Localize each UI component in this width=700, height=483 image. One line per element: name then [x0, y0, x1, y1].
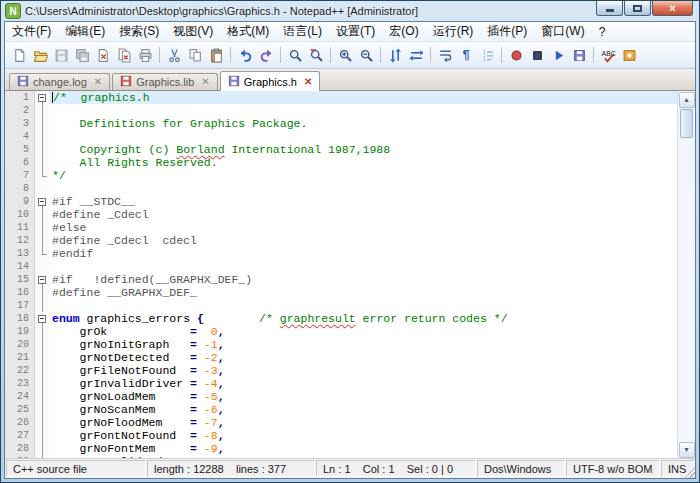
close-icon[interactable] [93, 45, 113, 65]
code-line-6[interactable]: 6 All Rights Reserved. [5, 156, 677, 169]
code-text[interactable]: Copyright (c) Borland International 1987… [49, 143, 677, 156]
scrollbar-thumb[interactable] [680, 109, 693, 138]
title-bar[interactable]: N C:\Users\Administrator\Desktop\graphic… [1, 1, 699, 21]
code-line-15[interactable]: 15#if !defined(__GRAPHX_DEF_) [5, 273, 677, 286]
menu-item-8[interactable]: 运行(R) [426, 22, 481, 41]
print-icon[interactable] [135, 45, 155, 65]
code-text[interactable]: enum graphics_errors { /* graphresult er… [49, 312, 677, 325]
code-text[interactable]: grNoFloodMem = -7, [49, 416, 677, 429]
menu-item-6[interactable]: 设置(T) [329, 22, 382, 41]
code-text[interactable]: grFileNotFound = -3, [49, 364, 677, 377]
zoom-in-icon[interactable] [335, 45, 355, 65]
code-text[interactable]: #else [49, 221, 677, 234]
code-text[interactable]: grInvalidDriver = -4, [49, 377, 677, 390]
code-line-2[interactable]: 2 [5, 104, 677, 117]
scrollbar-track[interactable] [678, 108, 695, 441]
cut-icon[interactable] [164, 45, 184, 65]
code-line-24[interactable]: 24 grNoLoadMem = -5, [5, 390, 677, 403]
fold-collapse-icon[interactable] [35, 91, 49, 104]
code-text[interactable]: #endif [49, 247, 677, 260]
code-line-17[interactable]: 17 [5, 299, 677, 312]
code-line-11[interactable]: 11#else [5, 221, 677, 234]
menu-item-1[interactable]: 编辑(E) [58, 22, 112, 41]
vertical-scrollbar[interactable]: ▲ ▼ [677, 91, 695, 458]
code-line-14[interactable]: 14 [5, 260, 677, 273]
close-button[interactable]: × [652, 1, 693, 16]
code-area[interactable]: 1/* graphics.h23 Definitions for Graphic… [5, 91, 677, 458]
open-folder-icon[interactable] [30, 45, 50, 65]
status-encoding[interactable]: UTF-8 w/o BOM [566, 460, 660, 477]
code-text[interactable]: #define __GRAPHX_DEF_ [49, 286, 677, 299]
code-line-20[interactable]: 20 grNoInitGraph = -1, [5, 338, 677, 351]
code-text[interactable]: grNoInitGraph = -1, [49, 338, 677, 351]
code-line-4[interactable]: 4 [5, 130, 677, 143]
code-text[interactable] [49, 260, 677, 273]
menu-item-3[interactable]: 视图(V) [166, 22, 220, 41]
code-text[interactable]: /* graphics.h [49, 91, 677, 104]
status-eol-format[interactable]: Dos\Windows [477, 460, 565, 477]
code-text[interactable] [49, 104, 677, 117]
tab-graphics-h[interactable]: Graphics.h✕ [220, 71, 321, 91]
code-text[interactable] [49, 130, 677, 143]
menu-item-0[interactable]: 文件(F) [5, 22, 58, 41]
code-text[interactable]: #if __STDC__ [49, 195, 677, 208]
code-line-9[interactable]: 9#if __STDC__ [5, 195, 677, 208]
tab-change-log[interactable]: change.log✕ [9, 73, 110, 90]
code-text[interactable]: #define _Cdecl cdecl [49, 234, 677, 247]
code-line-12[interactable]: 12#define _Cdecl cdecl [5, 234, 677, 247]
sync-horizontal-icon[interactable] [406, 45, 426, 65]
code-line-3[interactable]: 3 Definitions for Graphics Package. [5, 117, 677, 130]
find-icon[interactable] [285, 45, 305, 65]
code-line-13[interactable]: 13#endif [5, 247, 677, 260]
menu-item-11[interactable]: ? [592, 22, 613, 41]
code-text[interactable]: */ [49, 169, 677, 182]
code-text[interactable]: grFontNotFound = -8, [49, 429, 677, 442]
code-line-22[interactable]: 22 grFileNotFound = -3, [5, 364, 677, 377]
menu-item-10[interactable]: 窗口(W) [534, 22, 591, 41]
menu-item-5[interactable]: 语言(L) [276, 22, 329, 41]
code-text[interactable]: #if !defined(__GRAPHX_DEF_) [49, 273, 677, 286]
scroll-down-button[interactable]: ▼ [679, 442, 695, 458]
menu-item-7[interactable]: 宏(O) [382, 22, 425, 41]
tab-graphics-lib[interactable]: Graphics.lib✕ [112, 73, 217, 90]
fold-collapse-icon[interactable] [35, 312, 49, 325]
code-text[interactable] [49, 299, 677, 312]
zoom-out-icon[interactable] [356, 45, 376, 65]
code-text[interactable]: All Rights Reserved. [49, 156, 677, 169]
code-text[interactable]: grNoLoadMem = -5, [49, 390, 677, 403]
word-wrap-icon[interactable] [435, 45, 455, 65]
tab-close-icon[interactable]: ✕ [94, 77, 102, 87]
redo-icon[interactable] [256, 45, 276, 65]
macro-play-icon[interactable] [548, 45, 568, 65]
code-line-26[interactable]: 26 grNoFloodMem = -7, [5, 416, 677, 429]
code-text[interactable]: grNotDetected = -2, [49, 351, 677, 364]
menu-item-2[interactable]: 搜索(S) [112, 22, 166, 41]
sync-vertical-icon[interactable] [385, 45, 405, 65]
code-line-5[interactable]: 5 Copyright (c) Borland International 19… [5, 143, 677, 156]
macro-stop-icon[interactable] [527, 45, 547, 65]
code-text[interactable]: Definitions for Graphics Package. [49, 117, 677, 130]
code-line-23[interactable]: 23 grInvalidDriver = -4, [5, 377, 677, 390]
code-text[interactable]: #define _Cdecl [49, 208, 677, 221]
spell-check-icon[interactable]: ABC [598, 45, 618, 65]
paste-icon[interactable] [206, 45, 226, 65]
code-line-16[interactable]: 16#define __GRAPHX_DEF_ [5, 286, 677, 299]
code-line-7[interactable]: 7*/ [5, 169, 677, 182]
scroll-up-button[interactable]: ▲ [679, 92, 695, 108]
undo-icon[interactable] [235, 45, 255, 65]
fold-collapse-icon[interactable] [35, 195, 49, 208]
new-file-icon[interactable] [9, 45, 29, 65]
code-text[interactable] [49, 182, 677, 195]
code-text[interactable]: grNoScanMem = -6, [49, 403, 677, 416]
code-text[interactable]: grNoFontMem = -9, [49, 442, 677, 455]
code-line-28[interactable]: 28 grNoFontMem = -9, [5, 442, 677, 455]
code-line-1[interactable]: 1/* graphics.h [5, 91, 677, 104]
code-text[interactable]: grOk = 0, [49, 325, 677, 338]
tab-close-icon[interactable]: ✕ [201, 77, 209, 87]
replace-icon[interactable] [306, 45, 326, 65]
close-all-icon[interactable] [114, 45, 134, 65]
code-line-19[interactable]: 19 grOk = 0, [5, 325, 677, 338]
code-line-8[interactable]: 8 [5, 182, 677, 195]
doc-monitor-icon[interactable] [619, 45, 639, 65]
tab-close-icon[interactable]: ✕ [304, 77, 312, 87]
